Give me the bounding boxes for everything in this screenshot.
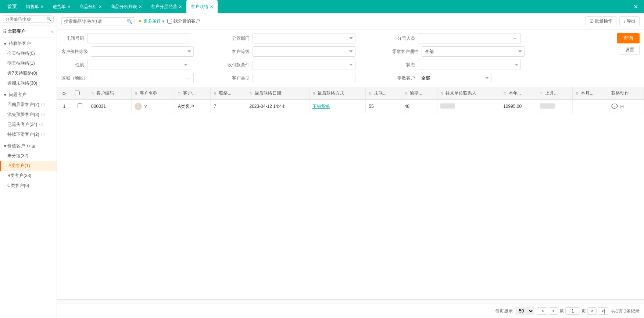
table-gear-col[interactable]: ⚙ (57, 87, 72, 100)
filter-more-btn[interactable]: ▼ 更多条件 ▾ (138, 18, 164, 24)
table-col-not-contacted[interactable]: ⇅ 未联... (366, 87, 401, 100)
sidebar-item-declining[interactable]: 持续下滑客户(2) ⓘ (0, 130, 57, 139)
nav-item-sales[interactable]: 销售单 ✕ (21, 0, 48, 13)
filter-phone-input[interactable] (87, 33, 190, 43)
filter-retail-select[interactable]: 全部 (418, 73, 491, 83)
row-not-contacted: 55 (366, 100, 401, 113)
nav-item-customer-mgmt[interactable]: 客户分层经营 ✕ (146, 0, 186, 13)
filter-row-2: 客户价格等级 客户等级 零散客户属性 全部 (61, 46, 613, 57)
settings-button[interactable]: 设置 (620, 45, 640, 55)
sidebar-item-tomorrow[interactable]: 明天待联络(1) (0, 59, 57, 68)
nav-item-purchase[interactable]: 进货单 ✕ (48, 0, 75, 13)
arrow-down-icon-3: ▼ (3, 144, 7, 149)
sidebar-item-lost[interactable]: 已流失客户(24) ⓘ (0, 120, 57, 130)
next-page-btn[interactable]: > (587, 307, 597, 315)
table-col-category[interactable]: ⇅ 客户... (175, 87, 211, 100)
nav-close-analysis[interactable]: ✕ (99, 4, 102, 9)
sidebar-item-class-b[interactable]: B类客户(33) (0, 171, 57, 181)
filter-cust-level-select[interactable] (253, 46, 355, 57)
collapse-icon[interactable]: « (51, 29, 54, 34)
filter-bar: 🔍 ▼ 更多条件 ▾ 我分管的客户 ☑ 批量操作 ↓ 导出 (57, 13, 644, 29)
table-col-contact-count[interactable]: ⇅ 联络... (211, 87, 246, 100)
filter-price-level: 客户价格等级 (61, 46, 219, 57)
sidebar-group-pending-title[interactable]: ▼ 待联络客户 (0, 39, 57, 49)
chat-icon[interactable]: 💬 (611, 103, 618, 109)
filter-nature-select[interactable] (87, 60, 190, 70)
sidebar-item-class-c[interactable]: C类客户(6) (0, 181, 57, 191)
first-page-btn[interactable]: |< (537, 307, 547, 315)
filter-retail-attr-select[interactable]: 全部 (422, 46, 525, 57)
sidebar-item-7days[interactable]: 近7天待联络(0) (0, 68, 57, 78)
filter-row-3: 性质 收付款条件 状态 (61, 60, 613, 70)
check-icon: ☑ (590, 19, 594, 24)
filter-payment-select[interactable] (253, 60, 355, 70)
nav-close-customer-mgmt[interactable]: ✕ (179, 4, 182, 9)
table-row: 1 000031 ？ A类客户 7 2023 (57, 100, 644, 113)
sidebar-item-repurchase-abnormal[interactable]: 回购异常客户(2) ⓘ (0, 100, 57, 110)
table-col-this-month[interactable]: ⇅ 本月... (573, 87, 608, 100)
table-col-last-date[interactable]: ⇅ 最后联络日期 (246, 87, 309, 100)
per-page-select[interactable]: 50 20 100 (516, 307, 534, 315)
last-page-btn[interactable]: >| (598, 307, 608, 315)
table-col-actions: 联络动作 (608, 87, 644, 100)
table-col-unit-contact[interactable]: ⇅ 往来单位联系人 (437, 87, 500, 100)
my-customers-check[interactable] (167, 19, 172, 24)
sidebar-item-overdue[interactable]: 逾期未联络(30) (0, 78, 57, 88)
horizontal-scrollbar[interactable] (57, 299, 644, 304)
batch-btn[interactable]: ☑ 批量操作 (586, 16, 616, 26)
table-col-name[interactable]: ⇅ 客户名称 (132, 87, 175, 100)
filter-person-select[interactable]: ··· (418, 33, 521, 43)
filter-nature: 性质 (61, 60, 219, 70)
prev-page-btn[interactable]: < (549, 307, 558, 315)
sidebar: 🔍 ⠿ 全部客户 « ▼ 待联络客户 今天待联络(0) 明天待联络(1) 近7天… (0, 13, 57, 318)
row-checkbox[interactable] (78, 103, 82, 108)
filter-region-select[interactable]: ··· (91, 73, 194, 83)
filter-region-label: 区域（地区） (61, 75, 91, 81)
filter-price-select[interactable] (91, 46, 194, 57)
query-buttons: 查询 设置 (613, 33, 640, 55)
my-customers-checkbox[interactable]: 我分管的客户 (167, 18, 200, 24)
nav-close-purchase[interactable]: ✕ (67, 4, 71, 9)
filter-cust-type-input[interactable] (253, 73, 355, 83)
filter-cust-level-label: 客户等级 (227, 49, 253, 55)
sidebar-item-ungrouped[interactable]: 未分组(32) (0, 151, 57, 161)
select-all-checkbox[interactable] (75, 91, 80, 95)
table-col-code[interactable]: ⇅ 客户编码 (88, 87, 132, 100)
pagination-total: 共1页 1条记录 (611, 308, 640, 314)
chevron-down-icon: ▾ (162, 19, 164, 24)
export-btn[interactable]: ↓ 导出 (619, 16, 640, 26)
table-col-this-year[interactable]: ⇅ 本年... (500, 87, 537, 100)
nav-close-analysis-list[interactable]: ✕ (139, 4, 142, 9)
nav-item-customer-contact[interactable]: 客户联络 ✕ (186, 0, 218, 13)
filter-search-icon: 🔍 (127, 19, 132, 24)
sidebar-group-problem-title[interactable]: ▼ 问题客户 (0, 90, 57, 100)
filter-search-input[interactable] (64, 19, 127, 24)
sidebar-item-class-a[interactable]: A类客户(1) (0, 161, 57, 171)
nav-close-sales[interactable]: ✕ (40, 4, 44, 9)
qr-icon[interactable]: ⊞ (620, 103, 624, 109)
sidebar-item-loss-warning[interactable]: 流失预警客户(3) ⓘ (0, 110, 57, 120)
nav-home[interactable]: 首页 (3, 3, 21, 10)
refresh-icon[interactable]: ↻ (26, 144, 30, 149)
nav-item-analysis[interactable]: 商品分析 ✕ (75, 0, 106, 13)
row-overdue: 48 (401, 100, 437, 113)
nav-close-customer-contact[interactable]: ✕ (210, 4, 213, 9)
filter-status-select[interactable] (418, 60, 521, 70)
add-icon[interactable]: ⊞ (32, 144, 35, 149)
row-code: 000031 (88, 100, 132, 113)
table-col-last-month[interactable]: ⇅ 上月... (537, 87, 572, 100)
sidebar-all-customers[interactable]: ⠿ 全部客户 « (0, 25, 57, 38)
info-icon-4: ⓘ (41, 132, 45, 137)
sidebar-item-today[interactable]: 今天待联络(0) (0, 49, 57, 59)
filter-cust-type-label: 客户类型 (227, 75, 253, 81)
query-button[interactable]: 查询 (617, 33, 640, 43)
table-col-overdue[interactable]: ⇅ 逾期... (401, 87, 437, 100)
last-method-link[interactable]: 下销货单 (312, 104, 330, 109)
table-col-last-method[interactable]: ⇅ 最后联络方式 (309, 87, 366, 100)
page-input[interactable] (565, 307, 580, 315)
filter-dept-select[interactable] (253, 33, 355, 43)
info-icon-3: ⓘ (39, 123, 43, 127)
sort-icon-unit: ⇅ (440, 91, 443, 95)
nav-item-analysis-list[interactable]: 商品分析列表 ✕ (106, 0, 146, 13)
window-close-button[interactable]: ✕ (630, 3, 641, 10)
